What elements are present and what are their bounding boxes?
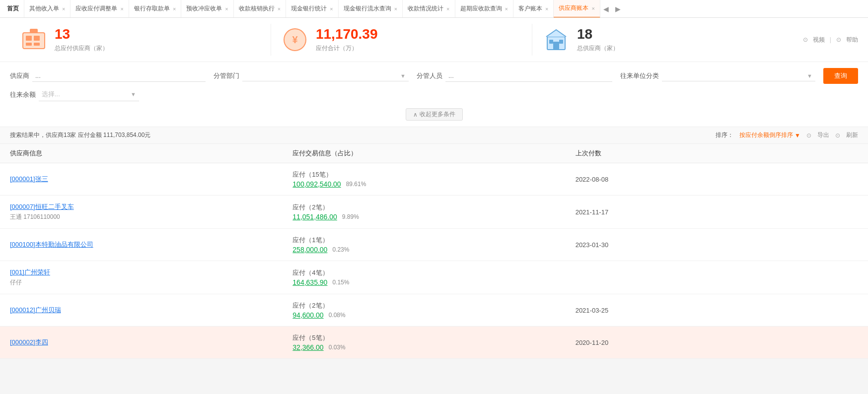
help-link[interactable]: 帮助 — [846, 36, 858, 44]
tx-row: 258,000.00 0.23% — [292, 246, 575, 254]
supplier-cell: [000002]李四 — [10, 338, 292, 347]
nav-tab-10[interactable]: 客户账本 × — [513, 0, 554, 18]
supplier-cell: [001]广州荣轩 仔仔 — [10, 268, 292, 287]
video-link[interactable]: 视频 — [813, 36, 825, 44]
filter-item-dept: 分管部门 ▼ — [214, 71, 409, 81]
top-right-links: ⊙ 视频 | ⊙ 帮助 — [793, 36, 858, 44]
col-header-lastpay: 上次付数 — [576, 149, 858, 158]
separator: | — [830, 36, 831, 43]
nav-tab-2[interactable]: 应收应付调整单 × — [71, 0, 129, 18]
filter-area: 供应商 分管部门 ▼ 分管人员 往来单位分类 ▼ 查询 — [0, 62, 868, 127]
filter-item-category: 往来单位分类 ▼ — [620, 71, 816, 81]
tx-label: 应付（15笔） — [292, 170, 575, 179]
nav-tab-8[interactable]: 收款情况统计 × — [403, 0, 455, 18]
close-icon[interactable]: × — [120, 6, 123, 12]
supplier-sub: 王通 17106110000 — [10, 213, 292, 221]
result-bar: 搜索结果中，供应商13家 应付金额 111,703,854.00元 排序： 按应… — [0, 127, 868, 144]
nav-prev-arrow[interactable]: ◀ — [600, 0, 612, 18]
nav-tab-9[interactable]: 超期应收款查询 × — [455, 0, 513, 18]
search-button[interactable]: 查询 — [823, 68, 858, 84]
supplier-cell: [000012]广州贝瑞 — [10, 306, 292, 315]
tx-pct: 0.15% — [332, 279, 349, 286]
nav-tab-6[interactable]: 现金银行统计 × — [286, 0, 338, 18]
tx-label: 应付（2笔） — [292, 203, 575, 212]
supplier-link[interactable]: [000100]本特勤油品有限公司 — [10, 241, 93, 248]
svg-rect-11 — [559, 40, 563, 44]
close-icon[interactable]: × — [545, 6, 548, 12]
nav-next-arrow[interactable]: ▶ — [612, 0, 624, 18]
tx-pct: 89.61% — [346, 181, 366, 188]
nav-tab-5[interactable]: 收款核销执行 × — [234, 0, 286, 18]
person-input[interactable] — [445, 70, 612, 82]
main-table: 供应商信息 应付交易信息（占比） 上次付数 [000001]张三 应付（15笔）… — [0, 144, 868, 359]
svg-rect-0 — [23, 33, 45, 49]
supplier-link[interactable]: [001]广州荣轩 — [10, 268, 50, 276]
money-icon: ¥ — [281, 26, 309, 54]
nav-tab-11[interactable]: 供应商账本 × — [554, 0, 600, 18]
summary-label-3: 总供应商（家） — [577, 44, 619, 53]
svg-rect-3 — [26, 43, 32, 46]
sort-label: 排序： — [716, 131, 733, 139]
tx-row: 94,600.00 0.08% — [292, 311, 575, 319]
video-icon: ⊙ — [803, 36, 808, 43]
tx-amount[interactable]: 94,600.00 — [292, 311, 323, 319]
nav-tab-1[interactable]: 其他收入单 × — [24, 0, 71, 18]
nav-tab-7[interactable]: 现金银行流水查询 × — [339, 0, 403, 18]
collapse-button[interactable]: ∧ 收起更多条件 — [406, 108, 463, 121]
supplier-cell: [000001]张三 — [10, 175, 292, 184]
supplier-link[interactable]: [000001]张三 — [10, 175, 48, 183]
summary-number-3: 18 — [577, 27, 619, 42]
nav-tab-home[interactable]: 首页 — [2, 0, 24, 18]
dept-select[interactable]: ▼ — [242, 71, 409, 81]
tx-pct: 9.89% — [342, 213, 359, 220]
top-navigation: 首页 其他收入单 × 应收应付调整单 × 银行存取款单 × 预收冲应收单 × 收… — [0, 0, 868, 18]
lastpay-cell: 2022-08-08 — [576, 176, 858, 183]
refresh-button[interactable]: 刷新 — [846, 131, 858, 139]
transaction-cell: 应付（2笔） 94,600.00 0.08% — [292, 301, 575, 319]
close-icon[interactable]: × — [394, 6, 397, 12]
tx-amount[interactable]: 32,366.00 — [292, 343, 323, 351]
close-icon[interactable]: × — [505, 6, 508, 12]
close-icon[interactable]: × — [330, 6, 333, 12]
close-icon[interactable]: × — [278, 6, 281, 12]
chevron-down-icon: ▼ — [400, 73, 406, 79]
col-header-supplier: 供应商信息 — [10, 149, 292, 158]
table-row: [000007]恒旺二手叉车 王通 17106110000 应付（2笔） 11,… — [0, 196, 868, 229]
supplier-link[interactable]: [000012]广州贝瑞 — [10, 306, 61, 314]
category-select[interactable]: ▼ — [662, 71, 816, 81]
tx-row: 11,051,486.00 9.89% — [292, 213, 575, 221]
close-icon[interactable]: × — [62, 6, 65, 12]
summary-label-2: 应付合计（万） — [316, 44, 378, 53]
export-button[interactable]: 导出 — [817, 131, 829, 139]
supplier-link[interactable]: [000002]李四 — [10, 338, 48, 346]
supplier-cell: [000100]本特勤油品有限公司 — [10, 240, 292, 249]
tx-amount[interactable]: 11,051,486.00 — [292, 213, 337, 221]
sort-value[interactable]: 按应付余额倒序排序 ▼ — [739, 131, 800, 139]
tx-amount[interactable]: 258,000.00 — [292, 246, 327, 254]
result-summary-text: 搜索结果中，供应商13家 应付金额 111,703,854.00元 — [10, 131, 150, 139]
tx-pct: 0.23% — [332, 246, 349, 253]
supplier-input[interactable] — [32, 70, 206, 82]
last-pay-date: 2021-03-25 — [576, 307, 609, 314]
tx-amount[interactable]: 164,635.90 — [292, 278, 327, 286]
svg-rect-2 — [34, 36, 40, 41]
supplier-link[interactable]: [000007]恒旺二手叉车 — [10, 203, 74, 210]
collapse-bar: ∧ 收起更多条件 — [10, 105, 858, 121]
last-pay-date: 2022-08-08 — [576, 176, 609, 183]
nav-tab-4[interactable]: 预收冲应收单 × — [181, 0, 233, 18]
close-icon[interactable]: × — [446, 6, 449, 12]
nav-tab-3[interactable]: 银行存取款单 × — [129, 0, 181, 18]
tx-label: 应付（5笔） — [292, 333, 575, 342]
close-icon[interactable]: × — [225, 6, 228, 12]
lastpay-cell: 2023-01-30 — [576, 241, 858, 249]
supplier-sub: 仔仔 — [10, 278, 292, 287]
summary-text-3: 18 总供应商（家） — [577, 27, 619, 53]
svg-rect-10 — [549, 40, 553, 44]
close-icon[interactable]: × — [173, 6, 176, 12]
last-pay-date: 2020-11-20 — [576, 339, 609, 346]
summary-number-1: 13 — [55, 27, 108, 42]
tx-amount[interactable]: 100,092,540.00 — [292, 180, 341, 188]
balance-select[interactable]: 选择... ▼ — [39, 88, 139, 101]
close-icon[interactable]: × — [591, 5, 594, 11]
tx-pct: 0.08% — [329, 312, 346, 319]
